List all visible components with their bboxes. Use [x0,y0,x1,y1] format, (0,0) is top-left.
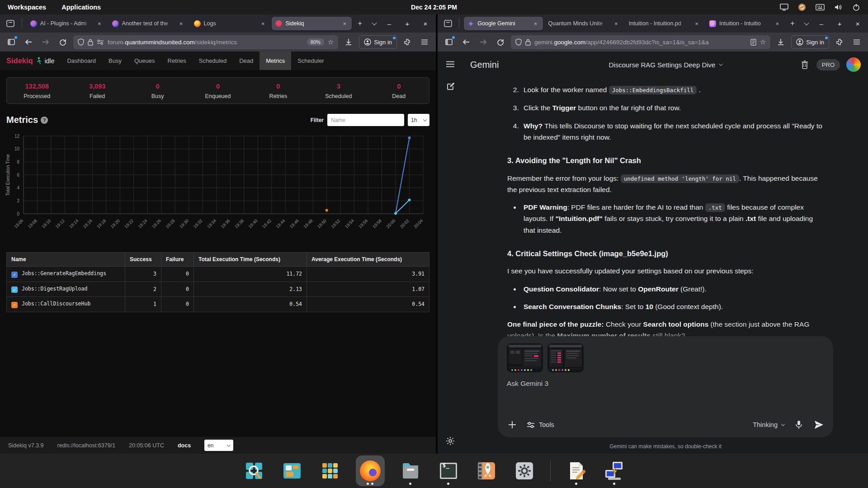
column-header-success[interactable]: Success [125,253,161,267]
help-icon[interactable] [41,117,48,124]
new-chat-icon[interactable] [445,81,456,92]
add-attachment-icon[interactable] [507,419,518,430]
chart-point[interactable] [394,212,397,215]
avatar[interactable] [846,57,861,72]
tab-intuition[interactable]: Intuition - Intuitio [706,17,784,30]
series-checkbox[interactable] [11,302,18,308]
sidekiq-nav-scheduled[interactable]: Scheduled [193,52,233,70]
new-tab-button[interactable] [354,17,366,30]
prompt-placeholder[interactable]: Ask Gemini 3 [507,380,824,388]
lock-icon[interactable] [525,39,531,46]
close-icon[interactable] [178,20,185,27]
tab-quantum-minds[interactable]: Quantum Minds Unite [545,17,623,30]
bookmark-star-icon[interactable]: ☆ [328,38,334,46]
sidekiq-nav-dead[interactable]: Dead [233,52,259,70]
delete-conversation-icon[interactable] [799,59,810,70]
prompt-input-box[interactable]: Ask Gemini 3 Tools Thinking [498,336,833,437]
column-header-average[interactable]: Average Execution Time (Seconds) [307,253,429,267]
settings-icon[interactable] [512,455,537,486]
close-icon[interactable] [341,20,348,27]
back-icon[interactable] [459,35,473,49]
applications-menu[interactable]: Applications [54,0,108,14]
tools-button[interactable]: Tools [527,421,554,428]
menu-icon[interactable] [418,35,431,49]
tab-list-icon[interactable] [801,17,813,30]
shield-icon[interactable] [78,38,84,46]
sidekiq-nav-queues[interactable]: Queues [128,52,161,70]
sign-in-button[interactable]: Sign in [359,35,397,49]
zoom-level-badge[interactable]: 80% [307,38,324,46]
docs-link[interactable]: docs [178,442,191,449]
tab-intuition-pdf[interactable]: Intuition - Intuition.pd [625,17,704,30]
address-bar[interactable]: gemini.google.com/app/4246692db2fd93dc?i… [511,35,770,49]
app-grid-icon[interactable] [318,455,342,486]
tab-list-icon[interactable] [368,17,381,30]
tab-sidekiq[interactable]: Sidekiq [272,17,352,30]
media-studio-icon[interactable] [474,455,499,486]
column-header-name[interactable]: Name [7,253,125,267]
maximize-button[interactable] [401,18,414,29]
tab-logs[interactable]: Logs [190,17,270,30]
series-checkbox[interactable] [11,272,18,278]
firefox-view-icon[interactable] [441,17,454,30]
app-finder-icon[interactable] [242,455,266,486]
updates-icon[interactable] [797,3,807,12]
workspace-switcher-icon[interactable] [280,455,304,486]
new-tab-button[interactable] [786,17,798,30]
sidekiq-nav-scheduler[interactable]: Scheduler [291,52,330,70]
microphone-icon[interactable] [793,419,804,430]
pro-badge[interactable]: PRO [816,59,840,70]
reload-icon[interactable] [494,35,507,49]
shield-icon[interactable] [515,38,522,46]
close-icon[interactable] [693,20,700,27]
menu-icon[interactable] [850,35,863,49]
file-manager-icon[interactable] [398,455,423,486]
language-select[interactable]: en [204,440,233,451]
bookmark-star-icon[interactable]: ☆ [760,38,766,46]
filter-name-input[interactable] [327,114,404,126]
firefox-dock-icon[interactable] [356,455,385,486]
tab-google-gemini[interactable]: Google Gemini [464,17,542,30]
metrics-chart[interactable]: 02468101219:0619:0819:1019:1219:1419:161… [5,130,432,240]
tab-ai-plugins[interactable]: AI - Plugins - Admi [27,17,107,30]
sign-in-button[interactable]: Sign in [791,35,829,49]
terminal-icon[interactable]: $_ [436,455,461,486]
chart-point[interactable] [408,198,411,201]
menu-icon[interactable] [445,59,456,70]
attachment-thumbnail[interactable] [547,343,584,372]
conversation-title-dropdown[interactable]: Discourse RAG Settings Deep Dive [609,61,722,69]
lock-icon[interactable] [88,39,93,46]
downloads-icon[interactable] [774,35,788,49]
model-mode-dropdown[interactable]: Thinking [753,421,784,428]
close-icon[interactable] [259,20,266,27]
text-editor-icon[interactable] [564,455,589,486]
remote-desktop-icon[interactable] [602,455,627,486]
reader-mode-icon[interactable] [750,39,756,46]
column-header-total[interactable]: Total Execution Time (Seconds) [194,253,307,267]
maximize-button[interactable] [833,18,846,29]
settings-gear-icon[interactable] [445,436,456,446]
minimize-button[interactable] [382,18,396,29]
sidekiq-nav-retries[interactable]: Retries [161,52,193,70]
close-icon[interactable] [96,20,103,27]
series-checkbox[interactable] [11,286,18,293]
keyboard-icon[interactable] [816,3,825,12]
send-icon[interactable] [813,419,824,430]
address-bar[interactable]: forum.quantummindsunited.com/sidekiq/met… [73,35,338,49]
column-header-failure[interactable]: Failure [161,253,194,267]
permissions-icon[interactable] [97,39,104,45]
sidekiq-logo[interactable]: Sidekiq [6,56,33,65]
close-icon[interactable] [613,20,620,27]
extensions-icon[interactable] [401,35,414,49]
window-icon[interactable] [5,35,18,49]
firefox-view-icon[interactable] [4,17,17,30]
forward-icon[interactable] [39,35,52,49]
minimize-button[interactable] [815,18,828,29]
back-icon[interactable] [22,35,35,49]
extensions-icon[interactable] [833,35,846,49]
chart-point[interactable] [408,136,411,139]
tab-another-test[interactable]: Another test of the [108,17,189,30]
attachment-thumbnail[interactable] [507,343,543,372]
chart-point[interactable] [326,209,328,211]
close-window-button[interactable] [419,18,432,29]
